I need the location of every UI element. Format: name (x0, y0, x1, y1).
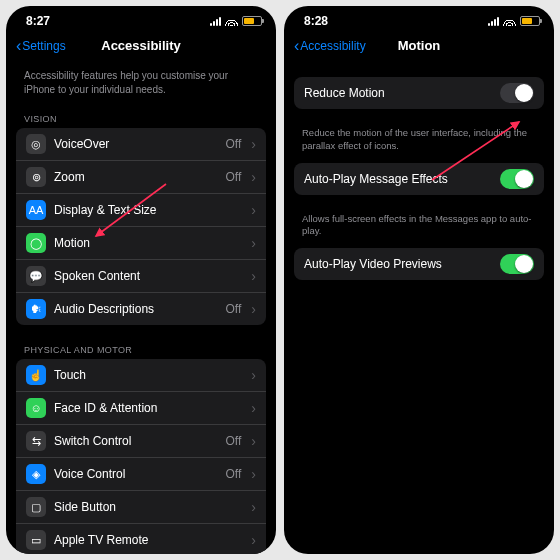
row-label: Switch Control (54, 434, 218, 448)
settings-row[interactable]: ◎VoiceOverOff› (16, 128, 266, 160)
intro-text: Accessibility features help you customis… (6, 63, 276, 108)
settings-row[interactable]: ◯Motion› (16, 226, 266, 259)
toggle-switch[interactable] (500, 254, 534, 274)
section-header: VISION (6, 108, 276, 128)
group-physical: ☝Touch›☺Face ID & Attention›⇆Switch Cont… (16, 359, 266, 554)
chevron-right-icon: › (251, 433, 256, 449)
back-button[interactable]: ‹ Accessibility (294, 38, 366, 54)
back-label: Settings (22, 39, 65, 53)
status-bar: 8:27 (6, 6, 276, 32)
chevron-left-icon: ‹ (294, 38, 299, 54)
chevron-right-icon: › (251, 466, 256, 482)
chevron-right-icon: › (251, 202, 256, 218)
chevron-right-icon: › (251, 235, 256, 251)
settings-row[interactable]: 💬Spoken Content› (16, 259, 266, 292)
voice-control-icon: ◈ (26, 464, 46, 484)
zoom-icon: ⊚ (26, 167, 46, 187)
section-physical: PHYSICAL AND MOTOR ☝Touch›☺Face ID & Att… (6, 339, 276, 554)
wifi-icon (503, 16, 516, 26)
chevron-right-icon: › (251, 136, 256, 152)
group-footer: Allows full-screen effects in the Messag… (284, 209, 554, 249)
settings-group: Reduce Motion (294, 77, 544, 109)
row-label: Face ID & Attention (54, 401, 241, 415)
phone-right: 8:28 ‹ Accessibility Motion Reduce Motio… (284, 6, 554, 554)
group-footer: Reduce the motion of the user interface,… (284, 123, 554, 163)
apple-tv-remote-icon: ▭ (26, 530, 46, 550)
battery-icon (520, 16, 540, 26)
section-header: PHYSICAL AND MOTOR (6, 339, 276, 359)
row-label: Voice Control (54, 467, 218, 481)
audio-desc-icon: 🗣 (26, 299, 46, 319)
chevron-right-icon: › (251, 367, 256, 383)
switch-control-icon: ⇆ (26, 431, 46, 451)
settings-row[interactable]: ◈Voice ControlOff› (16, 457, 266, 490)
spoken-content-icon: 💬 (26, 266, 46, 286)
row-label: Display & Text Size (54, 203, 241, 217)
row-value: Off (226, 434, 242, 448)
row-label: Touch (54, 368, 241, 382)
settings-row[interactable]: 🗣Audio DescriptionsOff› (16, 292, 266, 325)
group-vision: ◎VoiceOverOff›⊚ZoomOff›AADisplay & Text … (16, 128, 266, 325)
settings-row[interactable]: AADisplay & Text Size› (16, 193, 266, 226)
touch-icon: ☝ (26, 365, 46, 385)
chevron-right-icon: › (251, 169, 256, 185)
side-button-icon: ▢ (26, 497, 46, 517)
toggle-row[interactable]: Reduce Motion (294, 77, 544, 109)
chevron-right-icon: › (251, 499, 256, 515)
row-label: Reduce Motion (304, 86, 492, 100)
page-title: Motion (398, 38, 441, 53)
chevron-right-icon: › (251, 268, 256, 284)
row-value: Off (226, 170, 242, 184)
settings-row[interactable]: ⊚ZoomOff› (16, 160, 266, 193)
faceid-icon: ☺ (26, 398, 46, 418)
toggle-row[interactable]: Auto-Play Message Effects (294, 163, 544, 195)
cellular-icon (488, 17, 499, 26)
row-label: Auto-Play Message Effects (304, 172, 492, 186)
toggle-switch[interactable] (500, 83, 534, 103)
row-value: Off (226, 137, 242, 151)
display-text-icon: AA (26, 200, 46, 220)
row-value: Off (226, 302, 242, 316)
status-bar: 8:28 (284, 6, 554, 32)
wifi-icon (225, 16, 238, 26)
settings-row[interactable]: ☝Touch› (16, 359, 266, 391)
chevron-right-icon: › (251, 532, 256, 548)
status-time: 8:27 (26, 14, 50, 28)
toggle-switch[interactable] (500, 169, 534, 189)
row-label: Zoom (54, 170, 218, 184)
nav-bar: ‹ Settings Accessibility (6, 32, 276, 63)
row-label: Spoken Content (54, 269, 241, 283)
settings-row[interactable]: ▢Side Button› (16, 490, 266, 523)
settings-group: Auto-Play Video Previews (294, 248, 544, 280)
settings-row[interactable]: ⇆Switch ControlOff› (16, 424, 266, 457)
back-label: Accessibility (300, 39, 365, 53)
page-title: Accessibility (101, 38, 181, 53)
battery-icon (242, 16, 262, 26)
status-time: 8:28 (304, 14, 328, 28)
row-label: Motion (54, 236, 241, 250)
motion-icon: ◯ (26, 233, 46, 253)
row-label: VoiceOver (54, 137, 218, 151)
row-value: Off (226, 467, 242, 481)
row-label: Audio Descriptions (54, 302, 218, 316)
chevron-right-icon: › (251, 301, 256, 317)
settings-row[interactable]: ▭Apple TV Remote› (16, 523, 266, 554)
row-label: Apple TV Remote (54, 533, 241, 547)
chevron-right-icon: › (251, 400, 256, 416)
row-label: Side Button (54, 500, 241, 514)
voiceover-icon: ◎ (26, 134, 46, 154)
back-button[interactable]: ‹ Settings (16, 38, 66, 54)
cellular-icon (210, 17, 221, 26)
settings-group: Auto-Play Message Effects (294, 163, 544, 195)
settings-row[interactable]: ☺Face ID & Attention› (16, 391, 266, 424)
row-label: Auto-Play Video Previews (304, 257, 492, 271)
section-vision: VISION ◎VoiceOverOff›⊚ZoomOff›AADisplay … (6, 108, 276, 325)
toggle-row[interactable]: Auto-Play Video Previews (294, 248, 544, 280)
nav-bar: ‹ Accessibility Motion (284, 32, 554, 63)
chevron-left-icon: ‹ (16, 38, 21, 54)
phone-left: 8:27 ‹ Settings Accessibility Accessibil… (6, 6, 276, 554)
